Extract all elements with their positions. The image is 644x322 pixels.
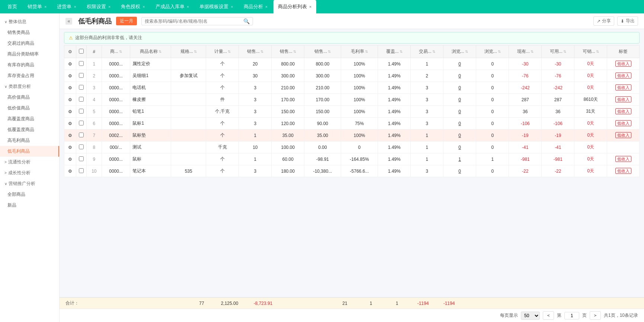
sidebar-item-traded-products[interactable]: 交易过的商品 <box>0 38 59 49</box>
page-size-select[interactable]: 20 50 100 200 <box>521 312 540 320</box>
col-coverage[interactable]: 覆盖... ⇅ <box>378 45 411 58</box>
cell-settings[interactable]: ⚙ <box>64 141 76 153</box>
page-number-input[interactable] <box>564 312 579 319</box>
col-view1[interactable]: 浏览... ⇅ <box>443 45 476 58</box>
cell-checkbox[interactable] <box>76 94 87 106</box>
cell-checkbox[interactable] <box>76 141 87 153</box>
sidebar-item-low-value[interactable]: 低价值商品 <box>0 103 59 114</box>
cell-settings[interactable]: ⚙ <box>64 58 76 70</box>
sort-name-icon[interactable]: ⇅ <box>158 50 161 54</box>
row-checkbox[interactable] <box>79 121 84 125</box>
sidebar-item-sales-products[interactable]: 销售类商品 <box>0 27 59 38</box>
filter-period-button[interactable]: 近一月 <box>116 17 137 25</box>
sidebar-group-marketing[interactable]: ∨ 营销推广分析 <box>0 178 59 189</box>
table-container[interactable]: ⚙ # 商... ⇅ <box>60 45 644 297</box>
col-spec[interactable]: 规格... ⇅ <box>171 45 206 58</box>
row-settings-icon[interactable]: ⚙ <box>68 109 72 114</box>
prev-page-button[interactable]: ＜ <box>543 311 554 320</box>
sort-grossrate-icon[interactable]: ⇅ <box>365 50 368 54</box>
sidebar-item-category-rate[interactable]: 商品分类助销率 <box>0 49 59 60</box>
row-checkbox[interactable] <box>79 109 84 114</box>
sidebar-item-low-coverage[interactable]: 低覆盖度商品 <box>0 124 59 135</box>
close-products-in-icon[interactable]: × <box>187 4 189 9</box>
close-product-analysis-icon[interactable]: × <box>265 4 267 9</box>
close-product-list-icon[interactable]: × <box>309 4 311 9</box>
cell-checkbox[interactable] <box>76 153 87 165</box>
cell-checkbox[interactable] <box>76 130 87 141</box>
col-trade-count[interactable]: 交易... ⇅ <box>411 45 443 58</box>
row-settings-icon[interactable]: ⚙ <box>68 169 72 174</box>
cell-settings[interactable]: ⚙ <box>64 70 76 82</box>
cell-view1[interactable]: 0 <box>443 94 476 106</box>
sidebar-item-new-products[interactable]: 新品 <box>0 200 59 211</box>
sort-tradecount-icon[interactable]: ⇅ <box>432 50 435 54</box>
nav-permissions[interactable]: 权限设置 × <box>82 0 115 13</box>
sort-saleprofit-icon[interactable]: ⇅ <box>328 50 331 54</box>
sort-saleqty-icon[interactable]: ⇅ <box>260 50 263 54</box>
row-settings-icon[interactable]: ⚙ <box>68 85 72 90</box>
row-checkbox[interactable] <box>79 61 84 66</box>
sort-unit-icon[interactable]: ⇅ <box>228 50 231 54</box>
sort-saleprice-icon[interactable]: ⇅ <box>293 50 296 54</box>
sort-coverage-icon[interactable]: ⇅ <box>400 50 403 54</box>
nav-products-in[interactable]: 产成品入库单 × <box>151 0 193 13</box>
sidebar-item-high-value[interactable]: 高价值商品 <box>0 92 59 103</box>
cell-view1[interactable]: 1 <box>443 153 476 165</box>
share-button[interactable]: ↗ 分享 <box>593 16 614 26</box>
sort-stocknow-icon[interactable]: ⇅ <box>531 50 534 54</box>
row-settings-icon[interactable]: ⚙ <box>68 145 72 150</box>
sort-view1-icon[interactable]: ⇅ <box>465 50 468 54</box>
cell-checkbox[interactable] <box>76 118 87 130</box>
cell-view1[interactable]: 0 <box>443 82 476 94</box>
cell-view1[interactable]: 0 <box>443 70 476 82</box>
close-purchase-icon[interactable]: × <box>74 4 76 9</box>
sidebar-item-all-products[interactable]: 全部商品 <box>0 189 59 200</box>
sidebar-group-cluster[interactable]: ∨ 类群度分析 <box>0 81 59 92</box>
sort-spec-icon[interactable]: ⇅ <box>194 50 197 54</box>
sort-available-icon[interactable]: ⇅ <box>563 50 566 54</box>
select-all-checkbox[interactable] <box>79 49 84 54</box>
sidebar-item-high-margin[interactable]: 高毛利商品 <box>0 135 59 146</box>
row-settings-icon[interactable]: ⚙ <box>68 61 72 67</box>
row-checkbox[interactable] <box>79 97 84 102</box>
search-input[interactable] <box>145 19 243 24</box>
col-saleable[interactable]: 可销... ⇅ <box>574 45 607 58</box>
col-name[interactable]: 商品名称 ⇅ <box>130 45 171 58</box>
sidebar-item-high-coverage[interactable]: 高覆盖度商品 <box>0 114 59 124</box>
col-stock-now[interactable]: 现有... ⇅ <box>509 45 542 58</box>
cell-settings[interactable]: ⚙ <box>64 153 76 165</box>
col-view2[interactable]: 浏览... ⇅ <box>476 45 509 58</box>
row-settings-icon[interactable]: ⚙ <box>68 157 72 162</box>
sort-view2-icon[interactable]: ⇅ <box>498 50 501 54</box>
cell-checkbox[interactable] <box>76 106 87 118</box>
row-settings-icon[interactable]: ⚙ <box>68 133 72 138</box>
sort-saleable-icon[interactable]: ⇅ <box>596 50 599 54</box>
cell-checkbox[interactable] <box>76 165 87 177</box>
row-checkbox[interactable] <box>79 144 84 149</box>
row-checkbox[interactable] <box>79 133 84 137</box>
cell-settings[interactable]: ⚙ <box>64 94 76 106</box>
close-sales-icon[interactable]: × <box>44 4 47 9</box>
nav-roles[interactable]: 角色授权 × <box>116 0 149 13</box>
sidebar-item-stock-capital[interactable]: 库存资金占用 <box>0 70 59 81</box>
sidebar-group-growth[interactable]: > 成长性分析 <box>0 168 59 178</box>
next-page-button[interactable]: ＞ <box>590 311 601 320</box>
cell-settings[interactable]: ⚙ <box>64 82 76 94</box>
cell-settings[interactable]: ⚙ <box>64 130 76 141</box>
row-checkbox[interactable] <box>79 73 84 78</box>
close-template-icon[interactable]: × <box>231 4 233 9</box>
col-gross-rate[interactable]: 毛利率 ⇅ <box>341 45 378 58</box>
nav-template-settings[interactable]: 单据模板设置 × <box>195 0 237 13</box>
export-button[interactable]: ⬇ 导出 <box>617 16 638 26</box>
col-sale-price[interactable]: 销售... ⇅ <box>272 45 304 58</box>
sidebar-collapse-button[interactable]: « <box>65 18 72 25</box>
sidebar-item-low-margin[interactable]: 低毛利商品 <box>0 146 59 157</box>
cell-settings[interactable]: ⚙ <box>64 118 76 130</box>
row-checkbox[interactable] <box>79 156 84 161</box>
cell-view1[interactable]: 0 <box>443 106 476 118</box>
cell-view1[interactable]: 0 <box>443 165 476 177</box>
cell-checkbox[interactable] <box>76 82 87 94</box>
cell-view1[interactable]: 0 <box>443 118 476 130</box>
sort-code-icon[interactable]: ⇅ <box>119 50 122 54</box>
close-permissions-icon[interactable]: × <box>108 4 110 9</box>
